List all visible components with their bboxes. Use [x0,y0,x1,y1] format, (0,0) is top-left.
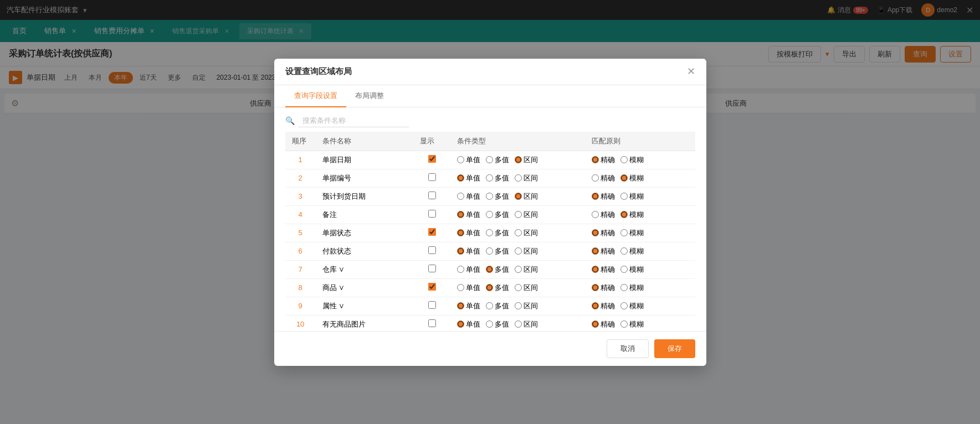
modal-tab-layout[interactable]: 布局调整 [346,85,393,107]
modal-tab-query-fields[interactable]: 查询字段设置 [285,85,346,107]
modal-tabs: 查询字段设置 布局调整 [274,85,706,107]
modal-overlay: 设置查询区域布局 ✕ 查询字段设置 布局调整 🔍 顺序 条件名称 显示 条件类型 [0,0,980,118]
modal-title: 设置查询区域布局 [285,66,352,77]
search-conditions-input[interactable] [298,114,409,118]
search-icon: 🔍 [285,116,295,118]
search-box: 🔍 [274,107,706,118]
modal: 设置查询区域布局 ✕ 查询字段设置 布局调整 🔍 顺序 条件名称 显示 条件类型 [274,59,706,118]
modal-header: 设置查询区域布局 ✕ [274,59,706,85]
modal-close-button[interactable]: ✕ [687,66,695,76]
